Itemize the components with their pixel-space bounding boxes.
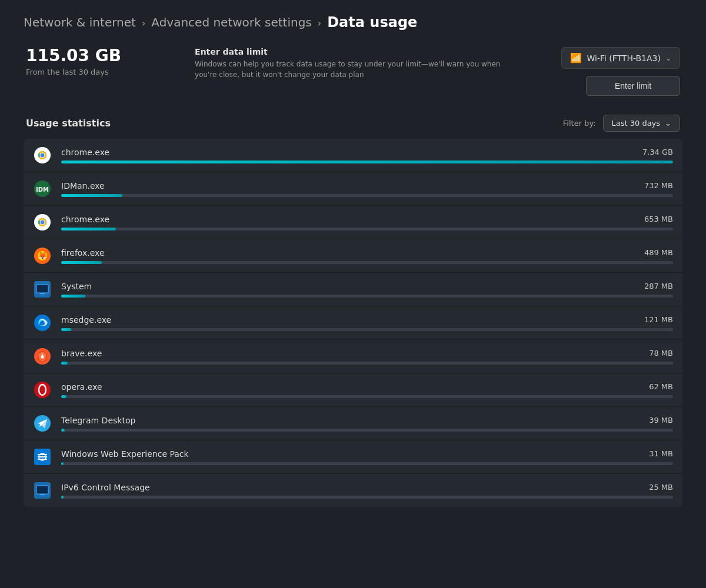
app-usage-chrome1: 7.34 GB bbox=[626, 148, 673, 156]
progress-fill-opera bbox=[61, 395, 66, 398]
app-header-wwep: Windows Web Experience Pack 31 MB bbox=[61, 449, 673, 459]
app-usage-idman: 732 MB bbox=[626, 181, 673, 190]
app-usage-msedge: 121 MB bbox=[626, 315, 673, 324]
app-icon-chrome1 bbox=[33, 146, 52, 165]
usage-item-brave: brave.exe 78 MB bbox=[24, 340, 682, 373]
usage-list: chrome.exe 7.34 GB IDM IDMan.exe 732 MB bbox=[24, 139, 682, 507]
app-name-brave: brave.exe bbox=[61, 349, 102, 358]
svg-rect-25 bbox=[36, 486, 48, 494]
app-usage-wwep: 31 MB bbox=[626, 449, 673, 458]
app-icon-wwep bbox=[33, 447, 52, 466]
app-icon-idman: IDM bbox=[33, 179, 52, 198]
app-usage-brave: 78 MB bbox=[626, 349, 673, 358]
app-header-telegram: Telegram Desktop 39 MB bbox=[61, 416, 673, 425]
svg-rect-26 bbox=[40, 494, 45, 495]
svg-point-16 bbox=[34, 315, 51, 331]
app-usage-system: 287 MB bbox=[626, 282, 673, 290]
data-limit-title: Enter data limit bbox=[195, 47, 501, 56]
app-header-opera: opera.exe 62 MB bbox=[61, 382, 673, 392]
top-section: 115.03 GB From the last 30 days Enter da… bbox=[24, 47, 682, 96]
app-icon-telegram bbox=[33, 414, 52, 433]
progress-bg-chrome2 bbox=[61, 228, 673, 230]
usage-item-msedge: msedge.exe 121 MB bbox=[24, 306, 682, 340]
breadcrumb-sep1: › bbox=[142, 18, 145, 29]
svg-rect-15 bbox=[40, 293, 45, 294]
progress-bg-telegram bbox=[61, 429, 673, 432]
wifi-selector[interactable]: 📶 Wi-Fi (FTTH-B1A3) ⌄ bbox=[561, 47, 680, 69]
svg-text:🦊: 🦊 bbox=[38, 251, 47, 260]
app-icon-opera bbox=[33, 380, 52, 399]
progress-fill-chrome1 bbox=[61, 161, 673, 163]
app-icon-ipv6 bbox=[33, 481, 52, 500]
data-limit-desc: Windows can help you track data usage to… bbox=[195, 59, 501, 80]
total-period-label: From the last 30 days bbox=[26, 68, 121, 76]
progress-bg-brave bbox=[61, 362, 673, 365]
progress-fill-msedge bbox=[61, 328, 71, 331]
filter-chevron-icon: ⌄ bbox=[665, 119, 671, 128]
app-name-ipv6: IPv6 Control Message bbox=[61, 483, 150, 492]
wifi-icon: 📶 bbox=[570, 52, 582, 64]
app-name-system: System bbox=[61, 282, 92, 291]
svg-point-3 bbox=[41, 153, 45, 158]
stats-title: Usage statistics bbox=[26, 118, 111, 129]
filter-dropdown[interactable]: Last 30 days ⌄ bbox=[603, 115, 680, 132]
usage-item-chrome1: chrome.exe 7.34 GB bbox=[24, 139, 682, 172]
data-total: 115.03 GB From the last 30 days bbox=[26, 47, 121, 76]
progress-bg-msedge bbox=[61, 328, 673, 331]
filter-section: Filter by: Last 30 days ⌄ bbox=[563, 115, 680, 132]
breadcrumb-network[interactable]: Network & internet bbox=[24, 15, 136, 29]
usage-item-wwep: Windows Web Experience Pack 31 MB bbox=[24, 440, 682, 474]
filter-selected: Last 30 days bbox=[612, 119, 661, 128]
progress-bg-system bbox=[61, 295, 673, 298]
progress-bg-wwep bbox=[61, 462, 673, 465]
app-name-firefox: firefox.exe bbox=[61, 248, 105, 258]
svg-text:IDM: IDM bbox=[36, 186, 49, 193]
chevron-down-icon: ⌄ bbox=[665, 54, 671, 62]
total-value: 115.03 GB bbox=[26, 47, 121, 65]
app-info-opera: opera.exe 62 MB bbox=[61, 382, 673, 398]
app-info-msedge: msedge.exe 121 MB bbox=[61, 315, 673, 331]
app-icon-msedge bbox=[33, 313, 52, 332]
usage-item-telegram: Telegram Desktop 39 MB bbox=[24, 407, 682, 440]
breadcrumb: Network & internet › Advanced network se… bbox=[24, 14, 682, 31]
progress-fill-system bbox=[61, 295, 85, 298]
progress-fill-firefox bbox=[61, 261, 102, 264]
usage-item-opera: opera.exe 62 MB bbox=[24, 373, 682, 407]
enter-limit-button[interactable]: Enter limit bbox=[586, 76, 680, 96]
stats-header: Usage statistics Filter by: Last 30 days… bbox=[24, 115, 682, 132]
app-name-wwep: Windows Web Experience Pack bbox=[61, 449, 189, 459]
progress-bg-idman bbox=[61, 194, 673, 197]
app-icon-firefox: 🦊 bbox=[33, 246, 52, 265]
wifi-label: Wi-Fi (FTTH-B1A3) bbox=[587, 54, 661, 63]
app-usage-chrome2: 653 MB bbox=[626, 215, 673, 223]
app-usage-opera: 62 MB bbox=[626, 382, 673, 391]
progress-fill-ipv6 bbox=[61, 496, 64, 499]
app-info-chrome1: chrome.exe 7.34 GB bbox=[61, 148, 673, 163]
usage-item-ipv6: IPv6 Control Message 25 MB bbox=[24, 474, 682, 507]
app-info-brave: brave.exe 78 MB bbox=[61, 349, 673, 365]
progress-bg-ipv6 bbox=[61, 496, 673, 499]
app-header-msedge: msedge.exe 121 MB bbox=[61, 315, 673, 325]
progress-fill-wwep bbox=[61, 462, 64, 465]
progress-fill-idman bbox=[61, 194, 122, 197]
progress-bg-firefox bbox=[61, 261, 673, 264]
breadcrumb-advanced[interactable]: Advanced network settings bbox=[151, 15, 311, 29]
app-info-ipv6: IPv6 Control Message 25 MB bbox=[61, 483, 673, 499]
filter-label: Filter by: bbox=[563, 119, 596, 128]
usage-item-firefox: 🦊 firefox.exe 489 MB bbox=[24, 239, 682, 273]
app-usage-firefox: 489 MB bbox=[626, 248, 673, 257]
app-header-firefox: firefox.exe 489 MB bbox=[61, 248, 673, 258]
app-info-system: System 287 MB bbox=[61, 282, 673, 298]
svg-rect-14 bbox=[36, 285, 48, 293]
progress-bg-chrome1 bbox=[61, 161, 673, 163]
app-name-idman: IDMan.exe bbox=[61, 181, 105, 191]
app-info-idman: IDMan.exe 732 MB bbox=[61, 181, 673, 197]
usage-item-chrome2: chrome.exe 653 MB bbox=[24, 206, 682, 239]
progress-fill-brave bbox=[61, 362, 68, 365]
app-usage-ipv6: 25 MB bbox=[626, 483, 673, 492]
progress-bg-opera bbox=[61, 395, 673, 398]
data-limit-section: Enter data limit Windows can help you tr… bbox=[195, 47, 501, 80]
app-header-chrome2: chrome.exe 653 MB bbox=[61, 215, 673, 224]
app-header-idman: IDMan.exe 732 MB bbox=[61, 181, 673, 191]
app-info-wwep: Windows Web Experience Pack 31 MB bbox=[61, 449, 673, 465]
